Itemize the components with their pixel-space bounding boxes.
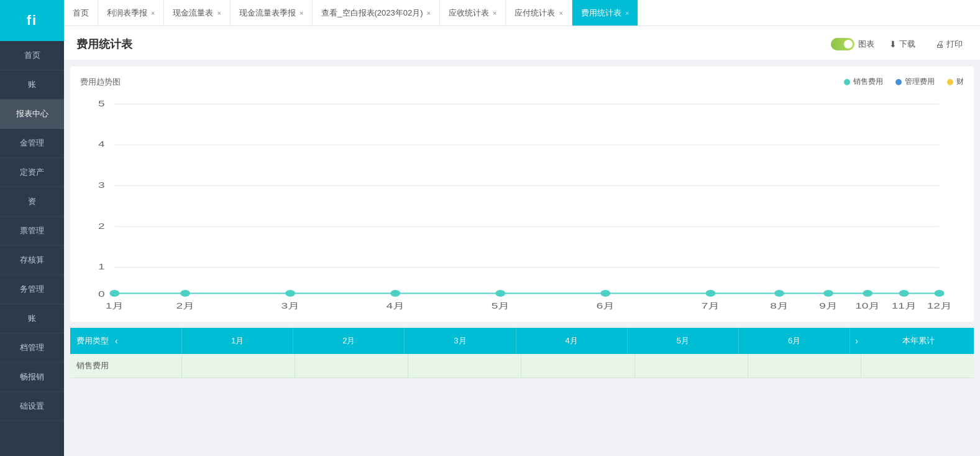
svg-point-12: [109, 290, 119, 297]
tab-blank-report[interactable]: 查看_空白报表(2023年02月) ×: [313, 0, 440, 26]
svg-text:4: 4: [98, 139, 105, 148]
col-header-jun: 6月: [739, 328, 850, 354]
svg-point-14: [285, 290, 295, 297]
cell-jun-sales: [748, 354, 861, 378]
col-type-label: 费用类型: [76, 335, 109, 347]
page-content: 费用统计表 图表 ⬇ 下载 🖨 打印 费用趋势图: [64, 26, 980, 456]
legend-mgmt-dot: [895, 79, 902, 85]
chart-legend: 销售费用 管理费用 财: [844, 77, 964, 87]
svg-point-13: [180, 290, 190, 297]
legend-sales-dot: [844, 79, 850, 85]
sidebar-item-inventory[interactable]: 存核算: [0, 246, 64, 275]
col-header-jan: 1月: [182, 328, 293, 354]
tab-cashflow-quarterly-label: 现金流量表季报: [239, 7, 296, 19]
col-header-apr: 4月: [516, 328, 628, 354]
tab-cashflow-quarterly-close[interactable]: ×: [300, 9, 303, 17]
tab-home-label: 首页: [73, 7, 89, 19]
svg-text:2: 2: [98, 221, 105, 230]
sidebar-item-invoice-mgmt[interactable]: 票管理: [0, 216, 64, 246]
svg-text:10月: 10月: [855, 300, 880, 309]
print-button[interactable]: 🖨 打印: [930, 36, 968, 52]
svg-text:9月: 9月: [819, 300, 837, 309]
legend-fin-dot: [947, 79, 953, 85]
cell-apr-sales: [521, 354, 634, 378]
tab-receivable-label: 应收统计表: [449, 7, 489, 19]
cell-jan-sales: [182, 354, 295, 378]
tab-cashflow-close[interactable]: ×: [217, 9, 221, 17]
tab-payable[interactable]: 应付统计表 ×: [506, 0, 572, 26]
svg-point-23: [935, 290, 945, 297]
svg-text:8月: 8月: [770, 300, 788, 309]
sidebar-item-basic-settings[interactable]: 础设置: [0, 392, 64, 421]
chart-section: 费用趋势图 销售费用 管理费用 财: [70, 67, 974, 322]
download-button[interactable]: ⬇ 下载: [884, 36, 920, 52]
sidebar-item-archive-mgmt[interactable]: 档管理: [0, 333, 64, 363]
legend-fin-label: 财: [956, 77, 964, 87]
svg-text:1: 1: [98, 262, 105, 271]
svg-text:12月: 12月: [927, 300, 952, 309]
svg-text:2月: 2月: [176, 300, 194, 309]
sidebar-item-fixed-assets[interactable]: 定资产: [0, 158, 64, 187]
tab-receivable-close[interactable]: ×: [493, 9, 497, 17]
main-area: 首页 利润表季报 × 现金流量表 × 现金流量表季报 × 查看_空白报表(202…: [64, 0, 980, 456]
svg-text:6月: 6月: [597, 300, 615, 309]
chart-toggle[interactable]: [831, 38, 854, 50]
svg-point-21: [863, 290, 872, 297]
svg-point-19: [774, 290, 784, 297]
tab-blank-report-close[interactable]: ×: [427, 9, 431, 17]
tab-expense-stats[interactable]: 费用统计表 ×: [572, 0, 638, 26]
tab-profit-quarterly[interactable]: 利润表季报 ×: [98, 0, 164, 26]
tab-expense-stats-close[interactable]: ×: [625, 9, 629, 17]
tab-payable-label: 应付统计表: [515, 7, 555, 19]
sidebar-item-assets[interactable]: 资: [0, 187, 64, 216]
sidebar-item-expense[interactable]: 畅报销: [0, 363, 64, 392]
chart-container: 5 4 3 2 1 0: [80, 94, 964, 312]
chart-toggle-label: 图表: [858, 39, 874, 50]
tab-cashflow[interactable]: 现金流量表 ×: [164, 0, 230, 26]
cell-mar-sales: [408, 354, 521, 378]
svg-point-17: [600, 290, 610, 297]
tab-cashflow-quarterly[interactable]: 现金流量表季报 ×: [231, 0, 313, 26]
svg-text:3: 3: [98, 180, 105, 189]
col-header-type: 费用类型 ‹: [70, 328, 182, 354]
line-chart-svg: 5 4 3 2 1 0: [80, 94, 964, 312]
cell-feb-sales: [295, 354, 408, 378]
sidebar-item-ledger[interactable]: 账: [0, 304, 64, 333]
sidebar-item-report-center[interactable]: 报表中心: [0, 100, 64, 129]
table-nav-prev[interactable]: ‹: [112, 336, 121, 346]
tab-home[interactable]: 首页: [64, 0, 98, 26]
sidebar-item-fund-mgmt[interactable]: 金管理: [0, 129, 64, 158]
tab-payable-close[interactable]: ×: [559, 9, 562, 17]
col-header-may: 5月: [628, 328, 739, 354]
tabs-bar: 首页 利润表季报 × 现金流量表 × 现金流量表季报 × 查看_空白报表(202…: [64, 0, 980, 26]
sidebar-item-business-mgmt[interactable]: 务管理: [0, 275, 64, 304]
svg-text:1月: 1月: [106, 300, 124, 309]
sidebar: fi 首页 账 报表中心 金管理 定资产 资 票管理 存核算 务管理 账 档管理…: [0, 0, 64, 456]
tab-cashflow-label: 现金流量表: [173, 7, 213, 19]
legend-sales-label: 销售费用: [853, 77, 883, 87]
svg-point-16: [495, 290, 505, 297]
tab-profit-quarterly-close[interactable]: ×: [151, 9, 155, 17]
chart-toggle-container: 图表: [831, 38, 874, 50]
content-header: 费用统计表 图表 ⬇ 下载 🖨 打印: [64, 26, 980, 60]
print-icon: 🖨: [935, 39, 944, 49]
col-header-ytd: 本年累计: [863, 328, 974, 354]
data-table-section: 费用类型 ‹ 1月 2月 3月 4月 5月 6月 › 本年累计 销售费用: [70, 328, 974, 378]
svg-point-20: [823, 290, 833, 297]
sidebar-item-home[interactable]: 首页: [0, 41, 64, 70]
cell-ytd-sales: [861, 354, 974, 378]
col-header-mar: 3月: [405, 328, 516, 354]
svg-point-15: [390, 290, 400, 297]
tab-profit-quarterly-label: 利润表季报: [107, 7, 147, 19]
legend-fin-expense: 财: [947, 77, 964, 87]
svg-text:5月: 5月: [492, 300, 510, 309]
table-nav-next[interactable]: ›: [850, 336, 863, 346]
sidebar-item-account[interactable]: 账: [0, 70, 64, 100]
tab-receivable[interactable]: 应收统计表 ×: [440, 0, 506, 26]
cell-type-sales: 销售费用: [70, 354, 182, 378]
svg-text:11月: 11月: [892, 300, 917, 309]
sidebar-logo: fi: [0, 0, 64, 41]
svg-text:7月: 7月: [702, 300, 720, 309]
svg-text:3月: 3月: [282, 300, 300, 309]
tab-blank-report-label: 查看_空白报表(2023年02月): [321, 7, 423, 19]
